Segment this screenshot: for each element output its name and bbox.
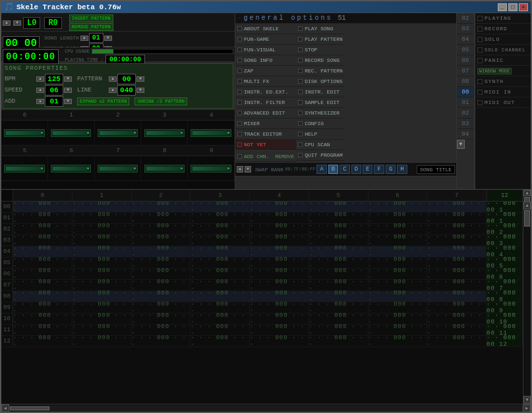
hscroll-left[interactable]: ◄ <box>1 404 9 412</box>
cell-10-6[interactable]: · · · 000 · · · <box>369 314 428 324</box>
speed-down[interactable]: ▼ <box>64 88 72 93</box>
cell-06-3[interactable]: · · · 000 · · · <box>191 269 250 279</box>
cell-01-last[interactable]: · · 000 00 1 <box>487 213 523 223</box>
cell-06-6[interactable]: · · · 000 · · · <box>369 269 428 279</box>
expand-btn[interactable]: EXPAND x2 PATTERN <box>77 97 129 105</box>
cell-02-4[interactable]: · · · 000 · · · <box>250 224 309 234</box>
cell-04-5[interactable]: · · · 000 · · · <box>309 246 369 257</box>
add-down[interactable]: ▼ <box>64 99 72 104</box>
cell-02-2[interactable]: · · · 000 · · · <box>132 224 191 234</box>
opt-stop[interactable]: STOP <box>296 45 345 55</box>
bank-scroll-down[interactable]: ▼ <box>245 166 251 173</box>
vscroll-right-up[interactable]: ▲ <box>523 202 531 209</box>
cell-06-2[interactable]: · · · 000 · · · <box>132 269 191 279</box>
opt-disk-options[interactable]: DISK OPTIONS <box>296 76 345 87</box>
cell-04-4[interactable]: · · · 000 · · · <box>250 246 309 257</box>
cell-12-2[interactable]: · · · 000 · · · <box>132 336 191 346</box>
cell-08-1[interactable]: · · · 000 · · · <box>73 291 132 302</box>
cell-06-0[interactable]: · · · 000 · · · <box>13 269 73 279</box>
cell-06-last[interactable]: · · 000 00 6 <box>487 269 523 279</box>
seq-cell-1-2[interactable] <box>95 156 142 180</box>
cell-11-last[interactable]: · · 000 00 11 <box>487 325 523 335</box>
cell-02-3[interactable]: · · · 000 · · · <box>191 224 250 234</box>
cell-11-1[interactable]: · · · 000 · · · <box>73 325 132 335</box>
cell-12-4[interactable]: · · · 000 · · · <box>250 336 309 346</box>
cell-00-4[interactable]: · · · 000 · · · <box>250 202 309 212</box>
cell-10-1[interactable]: · · · 000 · · · <box>73 314 132 324</box>
seq-cell-0-2[interactable] <box>95 121 142 145</box>
status-window-mode[interactable]: WINDOW MODE <box>475 66 531 76</box>
cell-03-3[interactable]: · · · 000 · · · <box>191 235 250 246</box>
cell-02-5[interactable]: · · · 000 · · · <box>309 224 369 234</box>
insert-pattern-btn[interactable]: INSERT PATTERN <box>69 14 113 22</box>
cell-05-3[interactable]: · · · 000 · · · <box>191 258 250 268</box>
opt-play-song[interactable]: PLAY SONG <box>296 24 345 34</box>
window-mode-btn[interactable]: WINDOW MODE <box>477 68 512 74</box>
cell-10-7[interactable]: · · · 000 · · · <box>427 314 487 324</box>
cell-00-3[interactable]: · · · 000 · · · <box>191 202 250 212</box>
cell-09-4[interactable]: · · · 000 · · · <box>250 302 309 313</box>
cell-08-2[interactable]: · · · 000 · · · <box>132 291 191 302</box>
vscroll-right-down[interactable]: ▼ <box>523 396 531 404</box>
pattern-up[interactable]: ▲ <box>109 76 117 82</box>
opt-config[interactable]: CONFIG <box>296 119 345 129</box>
cell-08-5[interactable]: · · · 000 · · · <box>309 291 369 302</box>
cell-01-1[interactable]: · · · 000 · · · <box>73 213 132 223</box>
cell-11-4[interactable]: · · · 000 · · · <box>250 325 309 335</box>
cell-04-0[interactable]: · · · 000 · · · <box>13 246 73 257</box>
cell-12-last[interactable]: · · 000 00 12 <box>487 336 523 346</box>
cell-08-3[interactable]: · · · 000 · · · <box>191 291 250 302</box>
cell-09-5[interactable]: · · · 000 · · · <box>309 302 369 313</box>
seq-cell-1-1[interactable] <box>48 156 95 180</box>
cell-07-last[interactable]: · · 000 00 7 <box>487 280 523 290</box>
cell-01-7[interactable]: · · · 000 · · · <box>427 213 487 223</box>
shrink-btn[interactable]: SHRINK /2 PATTERN <box>134 97 187 105</box>
close-button[interactable]: × <box>519 3 528 11</box>
song-length-up[interactable]: ▲ <box>80 36 88 41</box>
cell-03-7[interactable]: · · · 000 · · · <box>427 235 487 246</box>
cell-01-4[interactable]: · · · 000 · · · <box>250 213 309 223</box>
opt-instr-edit[interactable]: INSTR. EDIT <box>296 87 345 97</box>
opt-not-yet[interactable]: NOT YET <box>235 140 296 150</box>
cell-09-1[interactable]: · · · 000 · · · <box>73 302 132 313</box>
bank-btn-g[interactable]: G <box>386 165 396 174</box>
cell-07-7[interactable]: · · · 000 · · · <box>427 280 487 290</box>
seq-cell-1-3[interactable] <box>141 156 188 180</box>
cell-00-last[interactable]: · · 000 00 1 <box>487 202 523 212</box>
cell-03-0[interactable]: · · · 000 · · · <box>13 235 73 246</box>
cell-03-1[interactable]: · · · 000 · · · <box>73 235 132 246</box>
cell-07-6[interactable]: · · · 000 · · · <box>369 280 428 290</box>
rnum-scroll-down[interactable]: ▼ <box>457 140 465 149</box>
cell-12-1[interactable]: · · · 000 · · · <box>73 336 132 346</box>
cell-01-3[interactable]: · · · 000 · · · <box>191 213 250 223</box>
line-down[interactable]: ▼ <box>136 88 144 93</box>
cell-03-5[interactable]: · · · 000 · · · <box>309 235 369 246</box>
opt-add-chn[interactable]: ADD CHN. REMOVE <box>235 150 296 162</box>
cell-09-3[interactable]: · · · 000 · · · <box>191 302 250 313</box>
opt-rec-pattern[interactable]: REC. PATTERN <box>296 66 345 76</box>
cell-04-3[interactable]: · · · 000 · · · <box>191 246 250 257</box>
cell-07-2[interactable]: · · · 000 · · · <box>132 280 191 290</box>
cell-10-4[interactable]: · · · 000 · · · <box>250 314 309 324</box>
opt-record-song[interactable]: RECORD SONG <box>296 55 345 66</box>
cell-05-7[interactable]: · · · 000 · · · <box>427 258 487 268</box>
cell-04-2[interactable]: · · · 000 · · · <box>132 246 191 257</box>
opt-multi-fx[interactable]: MULTI FX <box>235 76 296 87</box>
cell-00-5[interactable]: · · · 000 · · · <box>309 202 369 212</box>
bank-btn-b[interactable]: B <box>328 165 338 174</box>
minimize-button[interactable]: _ <box>498 3 507 11</box>
cell-04-6[interactable]: · · · 000 · · · <box>369 246 428 257</box>
bank-btn-d[interactable]: D <box>351 165 361 174</box>
cell-11-2[interactable]: · · · 000 · · · <box>132 325 191 335</box>
seq-cell-0-3[interactable] <box>141 121 188 145</box>
opt-help[interactable]: HELP <box>296 129 345 140</box>
cell-05-6[interactable]: · · · 000 · · · <box>369 258 428 268</box>
cell-11-3[interactable]: · · · 000 · · · <box>191 325 250 335</box>
opt-instr-filter[interactable]: INSTR. FILTER <box>235 97 296 108</box>
seq-cell-1-0[interactable] <box>1 156 48 180</box>
scroll-down-btn[interactable]: ▼ <box>13 20 21 26</box>
cell-05-1[interactable]: · · · 000 · · · <box>73 258 132 268</box>
cell-00-6[interactable]: · · · 000 · · · <box>369 202 428 212</box>
cell-05-4[interactable]: · · · 000 · · · <box>250 258 309 268</box>
cell-09-last[interactable]: · · 000 00 9 <box>487 302 523 313</box>
